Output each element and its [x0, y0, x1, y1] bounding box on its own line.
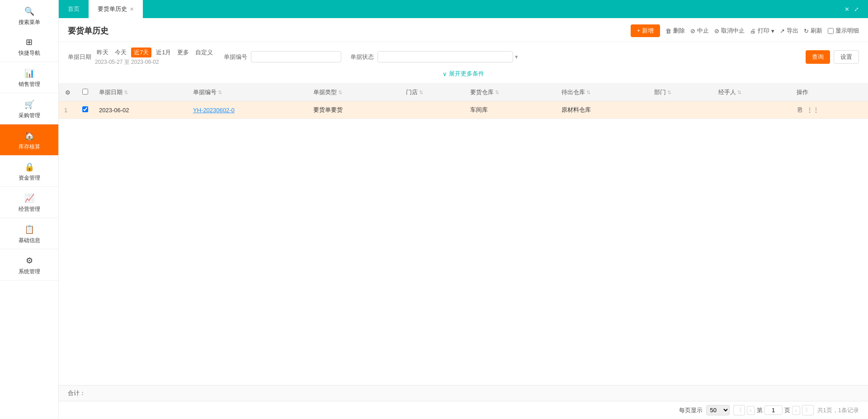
- filter-row: 单据日期 昨天 今天 近7天 近1月 更多 自定义 2023-05-27 至 2…: [68, 48, 859, 66]
- operation-icon: 📈: [24, 193, 34, 203]
- date-sort-icon[interactable]: ⇅: [124, 90, 128, 95]
- doc-num-sort-icon[interactable]: ⇅: [218, 90, 222, 95]
- row-checkbox-cell: [77, 101, 94, 119]
- stop-icon: ⊘: [690, 28, 695, 34]
- window-maximize-btn[interactable]: ⤢: [854, 6, 859, 13]
- doc-number-input[interactable]: [251, 51, 341, 62]
- pending-wh-sort-icon[interactable]: ⇅: [586, 90, 590, 95]
- page-number-input[interactable]: [764, 405, 783, 415]
- display-detail-checkbox[interactable]: [828, 28, 834, 34]
- stop-button[interactable]: ⊘ 中止: [690, 27, 709, 35]
- window-close-btn[interactable]: ✕: [844, 6, 849, 13]
- doc-number-col-header: 单据编号⇅: [188, 84, 308, 101]
- table-body: 1 2023-06-02 YH-20230602-0 要货单要货 车间库 原材料…: [59, 101, 868, 119]
- display-detail-button[interactable]: 显示明细: [828, 27, 859, 35]
- filter-area: 单据日期 昨天 今天 近7天 近1月 更多 自定义 2023-05-27 至 2…: [59, 42, 868, 84]
- total-label: 合计：: [68, 390, 85, 396]
- sidebar-item-quick-nav[interactable]: ⊞ 快捷导航: [0, 31, 58, 62]
- export-button[interactable]: ↗ 导出: [780, 27, 798, 35]
- action-icons: 🖹 ⋮⋮: [797, 106, 863, 114]
- pagination-total-info: 共1页，1条记录: [817, 406, 859, 414]
- page-input-prefix: 第: [757, 406, 763, 414]
- date-filter-group: 昨天 今天 近7天 近1月 更多 自定义 2023-05-27 至 2023-0…: [95, 48, 215, 66]
- view-action-icon[interactable]: 🖹: [797, 106, 803, 114]
- table-settings-col: ⚙: [59, 84, 77, 101]
- next-page-btn[interactable]: ›: [792, 406, 800, 415]
- per-page-select[interactable]: 50 100 200: [706, 405, 730, 415]
- today-btn[interactable]: 今天: [113, 48, 128, 57]
- doc-number-label: 单据编号: [224, 53, 247, 61]
- main-table: ⚙ 单据日期⇅ 单据编号⇅ 单: [59, 84, 868, 119]
- row-date: 2023-06-02: [94, 101, 188, 119]
- row-checkbox[interactable]: [82, 106, 88, 112]
- print-button[interactable]: 🖨 打印 ▾: [750, 27, 774, 35]
- table-checkbox-col: [77, 84, 94, 101]
- tab-close-btn[interactable]: ✕: [130, 6, 134, 12]
- sidebar-item-label: 资金管理: [19, 174, 40, 182]
- doc-type-sort-icon[interactable]: ⇅: [338, 90, 342, 95]
- last-page-btn[interactable]: 》: [802, 405, 814, 415]
- more-dates-btn[interactable]: 更多: [175, 48, 191, 57]
- row-actions: 🖹 ⋮⋮: [791, 101, 868, 119]
- sidebar-search-label: 搜索菜单: [19, 19, 40, 26]
- req-wh-sort-icon[interactable]: ⇅: [495, 90, 499, 95]
- cancel-stop-button[interactable]: ⊘ 取消中止: [714, 27, 745, 35]
- sales-icon: 📊: [24, 68, 34, 78]
- sidebar-search[interactable]: 🔍 搜索菜单: [0, 0, 58, 31]
- content-area: 要货单历史 + 新增 🗑 删除 ⊘ 中止 ⊘ 取消中止: [59, 18, 868, 419]
- last7days-btn[interactable]: 近7天: [131, 48, 151, 57]
- more-action-icon[interactable]: ⋮⋮: [807, 106, 819, 114]
- date-quick-filters: 昨天 今天 近7天 近1月 更多 自定义: [95, 48, 215, 57]
- top-right-area: ✕ ⤢: [844, 6, 868, 13]
- home-tab-label: 首页: [68, 5, 80, 13]
- nav-tab-home[interactable]: 首页: [59, 0, 89, 18]
- prev-page-btn[interactable]: ‹: [747, 406, 755, 415]
- expand-more-btn[interactable]: ∨ 展开更多条件: [68, 70, 859, 78]
- sidebar-item-label: 采购管理: [19, 112, 40, 119]
- custom-dates-btn[interactable]: 自定义: [193, 48, 215, 57]
- doc-type-col-header: 单据类型⇅: [308, 84, 401, 101]
- sidebar-item-purchase[interactable]: 🛒 采购管理: [0, 93, 58, 124]
- select-all-checkbox[interactable]: [82, 89, 88, 95]
- req-warehouse-col-header: 要货仓库⇅: [465, 84, 556, 101]
- refresh-icon: ↻: [804, 28, 809, 34]
- sidebar-item-operation[interactable]: 📈 经营管理: [0, 187, 58, 218]
- row-doc-number: YH-20230602-0: [188, 101, 308, 119]
- handler-sort-icon[interactable]: ⇅: [737, 90, 741, 95]
- pagination: 每页显示 50 100 200 《 ‹ 第 页 › 》 共1页，1条记录: [59, 401, 868, 419]
- sidebar-item-system[interactable]: ⚙ 系统管理: [0, 249, 58, 281]
- status-input[interactable]: [377, 51, 513, 62]
- export-icon: ↗: [780, 28, 785, 34]
- row-pending-warehouse: 原材料仓库: [556, 101, 649, 119]
- sidebar-item-sales[interactable]: 📊 销售管理: [0, 62, 58, 93]
- sidebar-item-inventory[interactable]: 🏠 库存核算: [0, 124, 58, 156]
- system-icon: ⚙: [26, 256, 33, 266]
- row-store: [401, 101, 465, 119]
- settings-button[interactable]: 设置: [834, 50, 859, 64]
- dept-sort-icon[interactable]: ⇅: [667, 90, 671, 95]
- refresh-button[interactable]: ↻ 刷新: [804, 27, 822, 35]
- department-col-header: 部门⇅: [649, 84, 713, 101]
- store-col-header: 门店⇅: [401, 84, 465, 101]
- per-page-label: 每页显示: [679, 406, 703, 414]
- query-button[interactable]: 查询: [806, 50, 830, 64]
- table-settings-icon[interactable]: ⚙: [65, 89, 71, 96]
- new-button[interactable]: + 新增: [631, 24, 660, 37]
- date-filter-item: 单据日期 昨天 今天 近7天 近1月 更多 自定义 2023-05-27 至 2…: [68, 48, 215, 66]
- sidebar-item-finance[interactable]: 🔒 资金管理: [0, 156, 58, 187]
- row-req-warehouse: 车间库: [465, 101, 556, 119]
- yesterday-btn[interactable]: 昨天: [95, 48, 110, 57]
- delete-button[interactable]: 🗑 删除: [665, 27, 685, 35]
- sidebar-item-basic[interactable]: 📋 基础信息: [0, 218, 58, 249]
- table-container: ⚙ 单据日期⇅ 单据编号⇅ 单: [59, 84, 868, 385]
- status-dropdown-icon[interactable]: ▾: [515, 53, 518, 60]
- row-handler: [713, 101, 791, 119]
- first-page-btn[interactable]: 《: [733, 405, 745, 415]
- nav-tab-requisition-history[interactable]: 要货单历史 ✕: [89, 0, 143, 18]
- sidebar-item-label: 库存核算: [19, 143, 40, 151]
- store-sort-icon[interactable]: ⇅: [419, 90, 423, 95]
- sidebar: 🔍 搜索菜单 ⊞ 快捷导航 📊 销售管理 🛒 采购管理 🏠 库存核算 🔒 资金管…: [0, 0, 59, 419]
- doc-number-link[interactable]: YH-20230602-0: [193, 107, 235, 114]
- main-area: 首页 要货单历史 ✕ ✕ ⤢ 要货单历史 + 新增 🗑 删除: [59, 0, 868, 419]
- last1month-btn[interactable]: 近1月: [154, 48, 173, 57]
